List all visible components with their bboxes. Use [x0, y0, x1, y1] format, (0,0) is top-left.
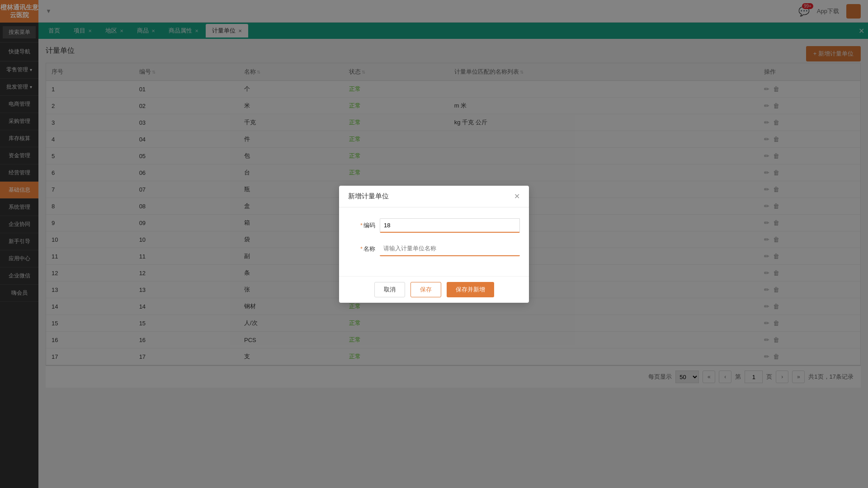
modal-footer: 取消 保存 保存并新增 — [339, 276, 529, 303]
code-field-row: *编码 — [348, 218, 520, 233]
add-unit-modal: 新增计量单位 ✕ *编码 *名称 取消 保存 保存并新增 — [339, 186, 529, 303]
modal-close-button[interactable]: ✕ — [514, 192, 520, 201]
save-and-new-button[interactable]: 保存并新增 — [447, 282, 494, 297]
save-button[interactable]: 保存 — [410, 282, 441, 297]
name-label: *名称 — [348, 245, 375, 253]
code-label: *编码 — [348, 221, 375, 230]
code-input[interactable] — [380, 218, 520, 233]
modal-overlay: 新增计量单位 ✕ *编码 *名称 取消 保存 保存并新增 — [0, 0, 868, 488]
cancel-button[interactable]: 取消 — [374, 282, 405, 297]
name-input[interactable] — [380, 242, 520, 256]
modal-body: *编码 *名称 — [339, 207, 529, 276]
name-field-row: *名称 — [348, 242, 520, 256]
modal-header: 新增计量单位 ✕ — [339, 186, 529, 207]
modal-title: 新增计量单位 — [348, 192, 389, 201]
